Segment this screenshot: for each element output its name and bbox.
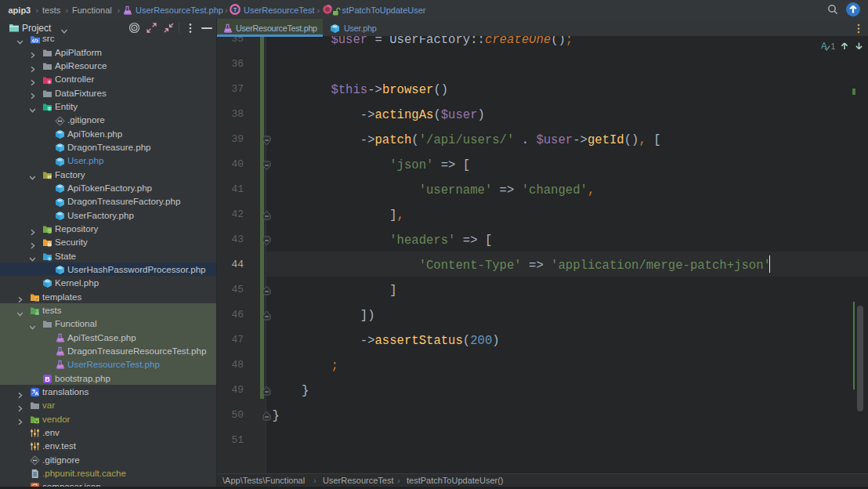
svg-text:1: 1 [831, 42, 836, 51]
svg-text:T: T [233, 6, 237, 13]
svg-text:A: A [821, 41, 827, 50]
svg-text:B: B [45, 375, 50, 383]
